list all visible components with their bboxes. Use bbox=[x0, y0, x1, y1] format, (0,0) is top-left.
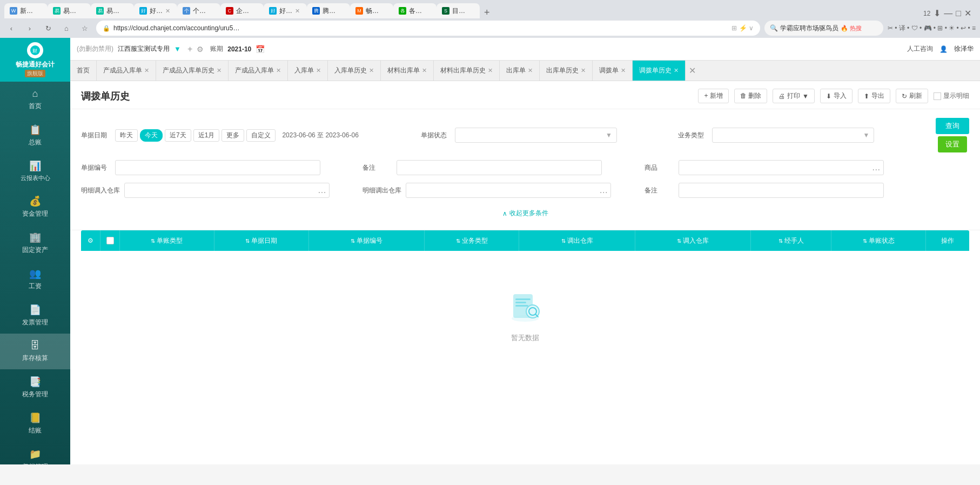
sidebar-item-home[interactable]: ⌂ 首页 bbox=[0, 82, 70, 117]
sidebar-item-payroll[interactable]: 👥 工资 bbox=[0, 261, 70, 297]
collapse-button[interactable]: ∧ 收起更多条件 bbox=[81, 205, 969, 221]
filter-remark-input[interactable] bbox=[397, 160, 602, 175]
new-button[interactable]: + 新增 bbox=[698, 89, 728, 103]
browser-tab-10[interactable]: S 目… bbox=[437, 3, 480, 18]
th-gear[interactable]: ⚙ bbox=[81, 230, 100, 251]
tab-out-hist-close[interactable]: ✕ bbox=[581, 67, 586, 74]
tab-transfer[interactable]: 调拨单 ✕ bbox=[593, 61, 633, 81]
th-in-warehouse[interactable]: ⇅ 调入仓库 bbox=[635, 230, 751, 251]
browser-tab-8[interactable]: M 畅… bbox=[350, 3, 393, 18]
tab-out[interactable]: 出库单 ✕ bbox=[500, 61, 540, 81]
filter-docnum-input[interactable] bbox=[115, 160, 320, 175]
sidebar-item-funds[interactable]: 💰 资金管理 bbox=[0, 189, 70, 225]
filter-biztype-select[interactable]: ▼ bbox=[712, 128, 874, 143]
browser-tab-7[interactable]: 腾 腾… bbox=[307, 3, 350, 18]
bookmark-button[interactable]: ☆ bbox=[78, 21, 92, 35]
tab-transfer-close[interactable]: ✕ bbox=[621, 67, 626, 74]
home-button[interactable]: ⌂ bbox=[59, 21, 73, 35]
th-doc-status[interactable]: ⇅ 单账状态 bbox=[831, 230, 926, 251]
date-btn-today[interactable]: 今天 bbox=[140, 129, 163, 142]
tab-in-hist[interactable]: 入库单历史 ✕ bbox=[328, 61, 381, 81]
import-button[interactable]: ⬇ 导入 bbox=[820, 89, 853, 103]
topbar-settings-icon[interactable]: ⚙ bbox=[197, 45, 204, 54]
refresh-button[interactable]: ↻ 刷新 bbox=[896, 89, 928, 103]
company-dropdown-icon[interactable]: ▼ bbox=[174, 45, 181, 53]
tab-mat-out-hist[interactable]: 材料出库单历史 ✕ bbox=[434, 61, 500, 81]
th-doc-type[interactable]: ⇅ 单账类型 bbox=[120, 230, 214, 251]
sidebar-item-reports[interactable]: 📊 云报表中心 bbox=[0, 154, 70, 189]
filter-goods-input[interactable] bbox=[679, 160, 884, 175]
tab-out-close[interactable]: ✕ bbox=[528, 67, 533, 74]
sidebar-item-archive[interactable]: 📁 归档管理 bbox=[0, 442, 70, 464]
refresh-browser-button[interactable]: ↻ bbox=[41, 21, 55, 35]
back-button[interactable]: ‹ bbox=[4, 21, 18, 35]
filter-status-select[interactable]: ▼ bbox=[455, 128, 617, 143]
topbar-calendar-icon[interactable]: 📅 bbox=[256, 45, 265, 54]
browser-tab-6[interactable]: 好 好… ✕ bbox=[264, 3, 307, 18]
topbar-service[interactable]: 人工咨询 bbox=[907, 44, 933, 54]
close-all-tabs-button[interactable]: ✕ bbox=[689, 65, 696, 76]
date-btn-1month[interactable]: 近1月 bbox=[193, 129, 220, 142]
th-handler[interactable]: ⇅ 经手人 bbox=[751, 230, 831, 251]
browser-tab-5[interactable]: C 企… bbox=[220, 3, 264, 18]
tab-out-hist[interactable]: 出库单历史 ✕ bbox=[540, 61, 593, 81]
filter-note-input[interactable] bbox=[679, 183, 884, 198]
date-btn-yesterday[interactable]: 昨天 bbox=[115, 129, 138, 142]
browser-tab-9[interactable]: 各 各… bbox=[393, 3, 437, 18]
th-checkbox[interactable] bbox=[100, 230, 120, 251]
topbar-add-button[interactable]: + bbox=[187, 44, 192, 54]
tab-home[interactable]: 首页 bbox=[70, 61, 97, 81]
query-button[interactable]: 查询 bbox=[936, 118, 969, 134]
new-tab-button[interactable]: + bbox=[482, 7, 492, 18]
browser-tab-0[interactable]: W 新… bbox=[4, 3, 48, 18]
filter-detail-in-dots[interactable]: … bbox=[318, 185, 326, 195]
th-out-warehouse[interactable]: ⇅ 调出仓库 bbox=[519, 230, 635, 251]
browser-tab-3[interactable]: 好 好… ✕ bbox=[134, 3, 177, 18]
browser-tab-2[interactable]: 易 易… bbox=[91, 3, 134, 18]
tab-transfer-hist-close[interactable]: ✕ bbox=[674, 67, 679, 74]
sidebar-item-assets[interactable]: 🏢 固定资产 bbox=[0, 225, 70, 261]
minimize-icon[interactable]: — bbox=[944, 9, 952, 18]
show-all-toggle[interactable]: 显示明细 bbox=[934, 91, 969, 101]
url-bar[interactable]: 🔒 https://cloud.chanjet.com/accounting/u… bbox=[96, 21, 760, 36]
tab-transfer-hist[interactable]: 调拨单历史 ✕ bbox=[633, 61, 686, 81]
show-all-checkbox[interactable] bbox=[934, 92, 941, 100]
header-checkbox[interactable] bbox=[106, 237, 114, 244]
tab-in-close[interactable]: ✕ bbox=[316, 67, 321, 74]
export-button[interactable]: ⬆ 导出 bbox=[858, 89, 890, 103]
date-btn-more[interactable]: 更多 bbox=[221, 129, 244, 142]
filter-detail-in-input[interactable] bbox=[124, 183, 330, 198]
filter-detail-out-input[interactable] bbox=[406, 183, 611, 198]
sidebar-item-inventory[interactable]: 🗄 库存核算 bbox=[0, 334, 70, 369]
search-bar[interactable]: 🔍 学霸应聘市场驱鸟员 🔥 热搜 bbox=[764, 21, 883, 36]
browser-tab-4[interactable]: 个 个… bbox=[177, 3, 220, 18]
filter-detail-out-dots[interactable]: … bbox=[599, 185, 608, 195]
browser-tab-1[interactable]: 易 易… bbox=[48, 3, 91, 18]
tab-prod-in2[interactable]: 产成品入库单 ✕ bbox=[229, 61, 288, 81]
filter-goods-dots[interactable]: … bbox=[872, 163, 881, 172]
th-doc-num[interactable]: ⇅ 单据编号 bbox=[309, 230, 425, 251]
sidebar-item-closing[interactable]: 📒 结账 bbox=[0, 406, 70, 442]
tab-in[interactable]: 入库单 ✕ bbox=[288, 61, 328, 81]
date-btn-7days[interactable]: 近7天 bbox=[165, 129, 191, 142]
th-doc-date[interactable]: ⇅ 单据日期 bbox=[214, 230, 309, 251]
print-button[interactable]: 🖨 打印 ▼ bbox=[773, 89, 815, 103]
maximize-icon[interactable]: □ bbox=[956, 9, 961, 18]
th-biz-type[interactable]: ⇅ 业务类型 bbox=[425, 230, 519, 251]
delete-button[interactable]: 🗑 删除 bbox=[734, 89, 767, 103]
forward-button[interactable]: › bbox=[23, 21, 37, 35]
close-icon[interactable]: ✕ bbox=[964, 8, 971, 18]
tab-prod-in-close[interactable]: ✕ bbox=[144, 67, 149, 74]
tab-mat-out-hist-close[interactable]: ✕ bbox=[488, 67, 493, 74]
sidebar-item-invoice[interactable]: 📄 发票管理 bbox=[0, 297, 70, 334]
setting-button[interactable]: 设置 bbox=[938, 136, 967, 152]
tab-mat-out[interactable]: 材料出库单 ✕ bbox=[381, 61, 434, 81]
date-btn-custom[interactable]: 自定义 bbox=[246, 129, 276, 142]
sidebar-item-tax[interactable]: 📑 税务管理 bbox=[0, 369, 70, 406]
sidebar-item-ledger[interactable]: 📋 总账 bbox=[0, 117, 70, 154]
tab-prod-in-hist[interactable]: 产成品入库单历史 ✕ bbox=[156, 61, 229, 81]
tab-mat-out-close[interactable]: ✕ bbox=[422, 67, 427, 74]
tab-prod-in[interactable]: 产成品入库单 ✕ bbox=[97, 61, 156, 81]
tab-in-hist-close[interactable]: ✕ bbox=[369, 67, 374, 74]
tab-prod-in2-close[interactable]: ✕ bbox=[276, 67, 281, 74]
